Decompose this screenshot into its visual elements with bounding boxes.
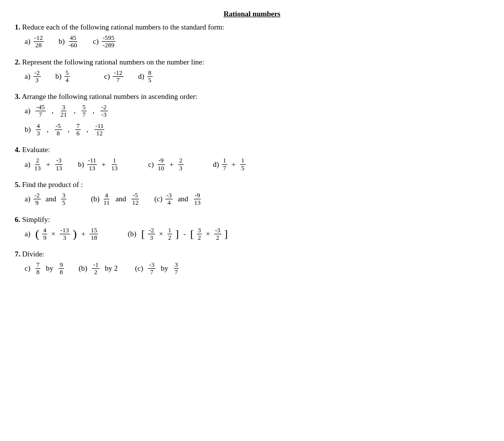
frac-q3b4: -11 12 (94, 123, 105, 137)
frac-q5a1: -2 9 (33, 192, 41, 207)
frac-q5a2: 3 5 (61, 192, 66, 207)
q3-header: 3. Arrange the following rational number… (15, 93, 489, 101)
frac-q3b3: 7 6 (75, 123, 81, 137)
q1-part-a: a) -12 28 (25, 34, 44, 49)
q3-part-a: a) -45 7 , 3 21 , 5 7 , -2 -3 (25, 104, 489, 119)
frac-q1c: -595 -289 (102, 34, 116, 49)
question-7: 7. Divide: c) 7 8 by 9 8 (b) -1 2 by 2 (15, 250, 489, 276)
q6-part-a: a) ( 49 × -133 ) + 1518 (25, 227, 98, 242)
q2-parts: a) -2 3 b) 5 4 c) -12 7 d) 8 5 (25, 69, 489, 84)
q4-part-b: b) -11 13 + 1 13 (78, 157, 119, 172)
q2-header: 2. Represent the following rational numb… (15, 58, 489, 66)
q3-parts: a) -45 7 , 3 21 , 5 7 , -2 -3 b) (25, 104, 489, 137)
q6-header: 6. Simplify: (15, 216, 489, 224)
q7-part-b2: (c) -3 7 by 3 7 (135, 261, 179, 276)
question-3: 3. Arrange the following rational number… (15, 93, 489, 137)
frac-q5b1: 4 11 (102, 192, 111, 207)
frac-q3b1: 4 3 (36, 123, 41, 137)
frac-q4c2: 2 3 (178, 157, 184, 172)
frac-q5c1: -3 4 (165, 192, 173, 207)
q6-parts: a) ( 49 × -133 ) + 1518 (b) [ -23 × 12 ]… (25, 227, 489, 242)
frac-q3a4: -2 -3 (100, 104, 108, 119)
q4-part-c: c) -9 10 + 2 3 (148, 157, 184, 172)
frac-q4a2: -3 13 (55, 157, 63, 172)
q4-header: 4. Evaluate: (15, 146, 489, 154)
frac-q1a: -12 28 (33, 34, 44, 49)
frac-q4d1: 1 7 (222, 157, 227, 172)
question-5: 5. Find the product of : a) -2 9 and 3 5… (15, 181, 489, 207)
q7-header: 7. Divide: (15, 250, 489, 258)
frac-q3a2: 3 21 (60, 104, 68, 119)
q3-part-b: b) 4 3 , -5 8 , 7 6 , -11 12 (25, 123, 489, 137)
q4-part-d: d) 1 7 + 1 5 (213, 157, 246, 172)
q1-part-b: b) 45 -60 (59, 34, 78, 49)
frac-q4a1: 2 13 (33, 157, 42, 172)
q7-part-b: (b) -1 2 by 2 (79, 261, 121, 276)
q5-parts: a) -2 9 and 3 5 (b) 4 11 and -5 12 (25, 192, 489, 207)
q6-part-b: (b) [ -23 × 12 ] - [ 32 × -32 ] (127, 227, 227, 242)
page-title: Rational numbers (15, 10, 489, 18)
q7-parts: c) 7 8 by 9 8 (b) -1 2 by 2 (c) -3 (25, 261, 489, 276)
frac-q2c: -12 7 (113, 69, 123, 84)
q4-parts: a) 2 13 + -3 13 b) -11 13 + 1 13 (25, 157, 489, 172)
question-1: 1. Reduce each of the following rational… (15, 23, 489, 49)
q1-part-c: c) -595 -289 (93, 34, 116, 49)
q2-part-a: a) -2 3 (25, 69, 41, 84)
q2-part-c: c) -12 7 (104, 69, 124, 84)
q5-part-c: (c) -3 4 and -9 13 (154, 192, 201, 207)
frac-q3a3: 5 7 (82, 104, 87, 119)
frac-q4b1: -11 13 (87, 157, 97, 172)
frac-q3b2: -5 8 (55, 123, 62, 137)
question-6: 6. Simplify: a) ( 49 × -133 ) + 1518 (b)… (15, 216, 489, 242)
q7-part-c: c) 7 8 by 9 8 (25, 261, 64, 276)
frac-q4b2: 1 13 (110, 157, 119, 172)
frac-q5b2: -5 12 (131, 192, 139, 207)
frac-q2d: 8 5 (147, 69, 153, 84)
q1-header: 1. Reduce each of the following rational… (15, 23, 489, 32)
question-2: 2. Represent the following rational numb… (15, 58, 489, 84)
q5-header: 5. Find the product of : (15, 181, 489, 189)
frac-q4d2: 1 5 (240, 157, 246, 172)
frac-q2a: -2 3 (33, 69, 41, 84)
frac-q5c2: -9 13 (193, 192, 202, 207)
q1-parts: a) -12 28 b) 45 -60 c) -595 -289 (25, 34, 489, 49)
q2-part-d: d) 8 5 (138, 69, 153, 84)
q5-part-a: a) -2 9 and 3 5 (25, 192, 66, 207)
frac-q1b: 45 -60 (68, 34, 78, 49)
q2-part-b: b) 5 4 (56, 69, 70, 84)
frac-q2b: 5 4 (64, 69, 70, 84)
frac-q4c1: -9 10 (157, 157, 165, 172)
q4-part-a: a) 2 13 + -3 13 (25, 157, 63, 172)
q5-part-b: (b) 4 11 and -5 12 (91, 192, 140, 207)
question-4: 4. Evaluate: a) 2 13 + -3 13 b) -11 13 + (15, 146, 489, 172)
frac-q3a1: -45 7 (35, 104, 46, 119)
